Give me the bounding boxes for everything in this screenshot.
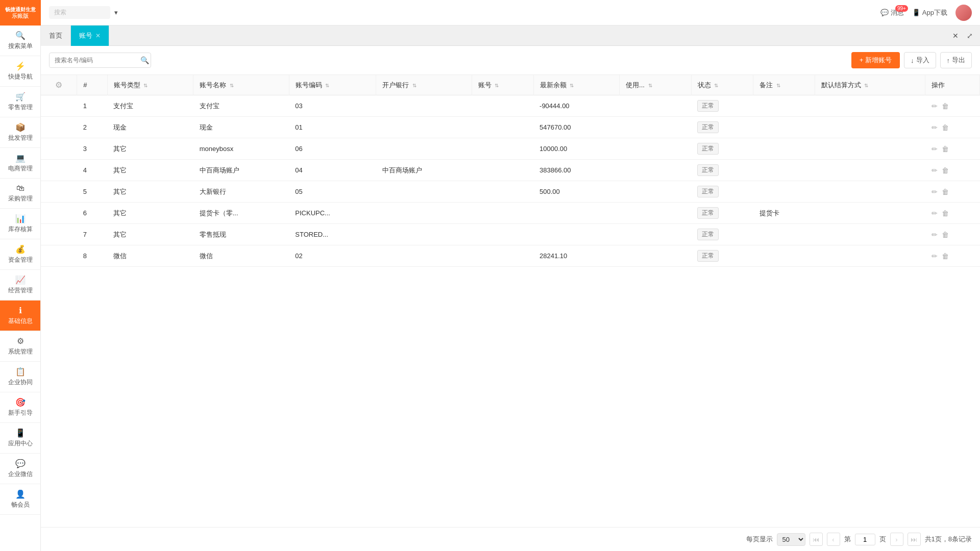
chevron-down-icon: ▾ xyxy=(114,9,118,16)
cell-bank xyxy=(376,181,472,203)
sidebar-item-wechat[interactable]: 💬 企业微信 xyxy=(0,454,40,484)
cell-bank xyxy=(376,117,472,138)
cell-balance: 383866.00 xyxy=(533,160,620,181)
sidebar-item-agreement[interactable]: 📋 企业协同 xyxy=(0,362,40,392)
th-name[interactable]: 账号名称 ⇅ xyxy=(193,75,289,95)
sidebar-item-app_center[interactable]: 📱 应用中心 xyxy=(0,423,40,454)
edit-icon[interactable]: ✏ xyxy=(932,252,938,260)
th-default-settlement[interactable]: 默认结算方式 ⇅ xyxy=(815,75,925,95)
delete-icon[interactable]: 🗑 xyxy=(942,166,949,174)
per-page-select[interactable]: 50 100 200 xyxy=(777,533,805,546)
sidebar-item-member[interactable]: 👤 畅会员 xyxy=(0,484,40,515)
global-search[interactable]: 搜索 xyxy=(49,6,110,19)
edit-icon[interactable]: ✏ xyxy=(932,209,938,217)
quicknav-icon: ⚡ xyxy=(15,61,26,71)
sidebar-item-wholesale[interactable]: 📦 批发管理 xyxy=(0,117,40,148)
tab-maximize-button[interactable]: ⤢ xyxy=(964,30,976,42)
th-code[interactable]: 账号编码 ⇅ xyxy=(289,75,376,95)
cell-type: 微信 xyxy=(107,245,193,267)
cell-name: 微信 xyxy=(193,245,289,267)
ecommerce-icon: 💻 xyxy=(15,153,26,163)
edit-icon[interactable]: ✏ xyxy=(932,123,938,132)
tab-home[interactable]: 首页 xyxy=(41,26,71,46)
member-icon: 👤 xyxy=(15,489,26,499)
th-bank[interactable]: 开户银行 ⇅ xyxy=(376,75,472,95)
cell-bank xyxy=(376,203,472,224)
cell-actions: ✏ 🗑 xyxy=(925,181,980,203)
delete-icon[interactable]: 🗑 xyxy=(942,145,949,153)
sidebar-item-system[interactable]: ⚙ 系统管理 xyxy=(0,331,40,362)
cell-remark: 提货卡 xyxy=(753,203,815,224)
edit-icon[interactable]: ✏ xyxy=(932,231,938,239)
sidebar-item-guide[interactable]: 🎯 新手引导 xyxy=(0,392,40,423)
delete-icon[interactable]: 🗑 xyxy=(942,209,949,217)
th-remark[interactable]: 备注 ⇅ xyxy=(753,75,815,95)
sidebar-item-purchase[interactable]: 🛍 采购管理 xyxy=(0,179,40,209)
th-type[interactable]: 账号类型 ⇅ xyxy=(107,75,193,95)
sidebar-item-retail[interactable]: 🛒 零售管理 xyxy=(0,87,40,117)
tab-close-all-button[interactable]: ✕ xyxy=(949,30,962,42)
sidebar-item-finance[interactable]: 💰 资金管理 xyxy=(0,239,40,270)
sidebar-item-label: 电商管理 xyxy=(8,164,33,173)
search-input[interactable] xyxy=(50,54,136,67)
sidebar-item-ecommerce[interactable]: 💻 电商管理 xyxy=(0,148,40,179)
header-row: ⚙ # 账号类型 ⇅ 账号名称 ⇅ 账号编码 ⇅ 开户银行 ⇅ 账号 ⇅ 最新余… xyxy=(41,75,980,95)
sidebar-nav: 🔍 搜索菜单 ⚡ 快捷导航 🛒 零售管理 📦 批发管理 💻 电商管理 🛍 采购管… xyxy=(0,26,40,551)
cell-account xyxy=(472,181,533,203)
cell-settings xyxy=(41,181,77,203)
first-page-button[interactable]: ⏮ xyxy=(810,533,823,546)
last-page-button[interactable]: ⏭ xyxy=(908,533,921,546)
sidebar-item-label: 零售管理 xyxy=(8,103,33,112)
sidebar-item-inventory[interactable]: 📊 库存核算 xyxy=(0,209,40,239)
search-submit-button[interactable]: 🔍 xyxy=(136,53,151,67)
retail-icon: 🛒 xyxy=(15,92,26,102)
pagination: 每页显示 50 100 200 ⏮ ‹ 第 页 › ⏭ 共1页，8条记录 xyxy=(41,527,980,551)
edit-icon[interactable]: ✏ xyxy=(932,102,938,110)
next-page-button[interactable]: › xyxy=(890,533,903,546)
cell-actions: ✏ 🗑 xyxy=(925,203,980,224)
cell-status: 正常 xyxy=(691,138,753,160)
header-dropdown[interactable]: ▾ xyxy=(114,9,118,16)
edit-icon[interactable]: ✏ xyxy=(932,166,938,174)
cell-usage xyxy=(620,224,692,245)
inventory-icon: 📊 xyxy=(15,214,26,223)
status-badge: 正常 xyxy=(697,164,719,176)
header-left: 搜索 ▾ xyxy=(49,6,118,19)
delete-icon[interactable]: 🗑 xyxy=(942,123,949,132)
edit-icon[interactable]: ✏ xyxy=(932,188,938,196)
delete-icon[interactable]: 🗑 xyxy=(942,231,949,239)
delete-icon[interactable]: 🗑 xyxy=(942,252,949,260)
sidebar-item-label: 企业微信 xyxy=(8,470,33,479)
th-settings[interactable]: ⚙ xyxy=(41,75,77,95)
cell-usage xyxy=(620,245,692,267)
search-input-wrap: 🔍 xyxy=(49,53,151,68)
table-wrap: ⚙ # 账号类型 ⇅ 账号名称 ⇅ 账号编码 ⇅ 开户银行 ⇅ 账号 ⇅ 最新余… xyxy=(41,75,980,527)
tab-close-icon[interactable]: ✕ xyxy=(95,32,101,39)
edit-icon[interactable]: ✏ xyxy=(932,145,938,153)
import-button[interactable]: ↓ 导入 xyxy=(904,52,936,68)
sidebar-item-search[interactable]: 🔍 搜索菜单 xyxy=(0,26,40,56)
th-balance[interactable]: 最新余额 ⇅ xyxy=(533,75,620,95)
th-account[interactable]: 账号 ⇅ xyxy=(472,75,533,95)
app-download-button[interactable]: 📱 App下载 xyxy=(912,8,947,17)
th-status[interactable]: 状态 ⇅ xyxy=(691,75,753,95)
sidebar-item-basic_info[interactable]: ℹ 基础信息 xyxy=(0,300,40,331)
cell-settings xyxy=(41,203,77,224)
add-account-button[interactable]: + 新增账号 xyxy=(851,52,900,68)
wechat-icon: 💬 xyxy=(15,459,26,468)
page-input[interactable] xyxy=(855,534,875,545)
th-usage[interactable]: 使用... ⇅ xyxy=(620,75,692,95)
avatar[interactable] xyxy=(955,5,972,21)
cell-type: 其它 xyxy=(107,203,193,224)
export-button[interactable]: ↑ 导出 xyxy=(940,52,972,68)
tab-bar-actions: ✕ ⤢ xyxy=(949,30,976,42)
total-label: 共1页，8条记录 xyxy=(925,535,972,544)
sidebar-item-quicknav[interactable]: ⚡ 快捷导航 xyxy=(0,56,40,87)
sidebar-item-label: 畅会员 xyxy=(11,500,30,509)
sidebar-item-operations[interactable]: 📈 经营管理 xyxy=(0,270,40,300)
delete-icon[interactable]: 🗑 xyxy=(942,102,949,110)
message-button[interactable]: 💬 消息 99+ xyxy=(880,8,904,17)
delete-icon[interactable]: 🗑 xyxy=(942,188,949,196)
tab-account[interactable]: 账号✕ xyxy=(71,26,109,46)
prev-page-button[interactable]: ‹ xyxy=(827,533,840,546)
